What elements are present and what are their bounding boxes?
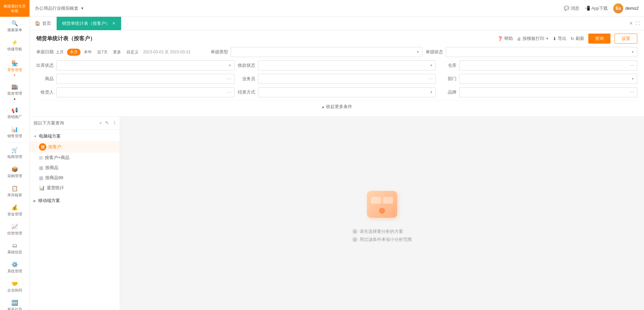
home-icon: 🏠 <box>35 21 40 26</box>
collapse-button[interactable]: ▲ 收起更多条件 <box>321 102 352 112</box>
date-btn-thisyear[interactable]: 本年 <box>82 49 94 56</box>
header-right: 💬 消息 📲 App下载 Ea demo2 <box>564 3 639 13</box>
sidebar-item-marketing[interactable]: 📢 营销推广 <box>0 104 29 123</box>
salesperson-label: 业务员 <box>238 76 255 82</box>
date-btn-lastmonth[interactable]: 上月 <box>54 49 66 56</box>
receipt-status-input[interactable]: ▼ <box>258 60 436 70</box>
chart-icon: 📊 <box>39 185 45 191</box>
avatar: Ea <box>613 3 623 13</box>
logo-text: 畅捷通好生意 标版 <box>4 4 26 13</box>
receiver-filter: 收货人 ··· <box>36 87 234 97</box>
app-download-button[interactable]: 📲 App下载 <box>585 5 608 11</box>
sidebar-item-quicknav[interactable]: ⚡ 快捷导航 <box>0 36 29 55</box>
chevron-down-icon: ▼ <box>631 77 634 81</box>
hint-icon-1: ① <box>352 229 358 234</box>
breadcrumb-dropdown[interactable]: ▾ <box>81 6 84 11</box>
product-input[interactable]: ··· <box>56 74 234 84</box>
tab-home[interactable]: 🏠 首页 <box>30 17 57 30</box>
sidebar-item-newguide[interactable]: 🆕 新手引导 <box>0 296 29 310</box>
message-button[interactable]: 💬 消息 <box>564 5 579 11</box>
scheme-group-pc-header[interactable]: ▼ 电脑端方案 <box>30 131 120 141</box>
receiver-dots[interactable]: ··· <box>227 89 231 95</box>
breadcrumb: 办公用品行业模拟账套 <box>35 5 78 11</box>
sidebar-item-inventory[interactable]: 📋 库存核算 <box>0 182 29 201</box>
sidebar-item-sales[interactable]: 📊 销售管理 <box>0 123 29 142</box>
enterprise-icon: 🤝 <box>11 280 18 287</box>
download-icon: 📲 <box>585 6 590 11</box>
scheme-item-by-product[interactable]: ▦ 按商品 <box>30 163 120 173</box>
settings-button[interactable]: 设置 <box>614 34 637 44</box>
chevron-down-icon: ▼ <box>228 64 231 67</box>
date-quick-buttons: 上月 本月 本年 近7天 更多 自定义 2023-03-01 至 2023-03… <box>54 49 191 56</box>
department-input[interactable]: ▼ <box>459 74 637 84</box>
scheme-item-label: 按客户+商品 <box>45 155 69 161</box>
date-btn-custom[interactable]: 自定义 <box>124 49 141 56</box>
export-icon: ⬇ <box>553 36 556 41</box>
warehouse-input[interactable]: ··· <box>459 60 637 70</box>
empty-hint-1: ① 请先选择要分析的方案 <box>352 228 412 235</box>
scheme-item-label: 退货统计 <box>47 185 64 191</box>
refresh-icon: ↻ <box>571 36 574 41</box>
out-status-input[interactable]: ▼ <box>56 60 234 70</box>
salesperson-filter: 业务员 ··· <box>238 74 436 84</box>
empty-illustration <box>362 184 402 224</box>
sidebar: 畅捷通好生意 标版 🔍 搜索菜单 ⚡ 快捷导航 🏪 零售管理 ▼ 🏬 批发管理 <box>0 0 30 310</box>
date-btn-more[interactable]: 更多 <box>111 49 123 56</box>
export-button[interactable]: ⬇ 导出 <box>553 36 567 42</box>
brand-input[interactable]: ··· <box>459 87 637 97</box>
warehouse-dots[interactable]: ··· <box>630 62 634 68</box>
table-icon: ▦ <box>39 165 43 170</box>
sidebar-item-enterprise[interactable]: 🤝 企业协同 <box>0 277 29 296</box>
sidebar-menu: 🔍 搜索菜单 ⚡ 快捷导航 🏪 零售管理 ▼ 🏬 批发管理 ▲ 📢 营销推广 <box>0 17 29 310</box>
salesperson-input[interactable]: ··· <box>258 74 436 84</box>
add-scheme-button[interactable]: ＋ <box>98 120 103 126</box>
maximize-icon[interactable]: ⛶ <box>636 21 640 26</box>
brand-filter: 品牌 ··· <box>439 87 637 97</box>
edit-scheme-button[interactable]: ✎ <box>105 120 109 126</box>
doc-type-input[interactable]: ▼ <box>231 47 422 57</box>
tab-close-icon[interactable]: ✕ <box>112 21 116 26</box>
sidebar-item-search[interactable]: 🔍 搜索菜单 <box>0 17 29 36</box>
product-dots[interactable]: ··· <box>227 76 231 82</box>
collapse-up-icon: ▲ <box>321 105 325 109</box>
scheme-item-by-customer-product[interactable]: ⊞ 按客户+商品 <box>30 153 120 163</box>
sidebar-item-retail[interactable]: 🏪 零售管理 ▼ <box>0 57 29 80</box>
collapse-sidebar-button[interactable]: 《 <box>111 120 116 126</box>
doc-status-input[interactable]: ▼ <box>446 47 637 57</box>
date-btn-thismonth[interactable]: 本月 <box>67 49 80 56</box>
message-icon: 💬 <box>564 6 569 11</box>
date-btn-7days[interactable]: 近7天 <box>95 49 110 56</box>
scheme-group-pc: ▼ 电脑端方案 按 按客户 ⊞ 按客户+商品 ▦ <box>30 130 120 194</box>
operations-icon: 📈 <box>11 223 18 230</box>
brand-dots[interactable]: ··· <box>630 89 634 95</box>
empty-hints: ① 请先选择要分析的方案 ② 用过滤条件来缩小分析范围 <box>352 228 412 243</box>
salesperson-dots[interactable]: ··· <box>428 76 433 82</box>
user-menu[interactable]: Ea demo2 <box>613 3 639 13</box>
scheme-item-by-product99[interactable]: ▦ 按商品99 <box>30 173 120 183</box>
sidebar-item-purchase[interactable]: 📦 采购管理 <box>0 163 29 182</box>
chevron-down-icon: ▼ <box>631 50 634 54</box>
query-button[interactable]: 查询 <box>588 34 610 44</box>
help-button[interactable]: ❓ 帮助 <box>497 36 513 42</box>
template-print-button[interactable]: 🖨 按模板打印 ▼ <box>517 36 549 42</box>
sidebar-item-operations[interactable]: 📈 经营管理 <box>0 220 29 239</box>
scheme-group-mobile-header[interactable]: ▶ 移动端方案 <box>30 196 120 206</box>
scheme-item-return-stat[interactable]: 📊 退货统计 <box>30 183 120 193</box>
newguide-icon: 🆕 <box>11 300 18 306</box>
close-window-icon[interactable]: ✕ <box>629 21 633 26</box>
sidebar-item-ecommerce[interactable]: 🛒 电商管理 <box>0 144 29 163</box>
sidebar-item-finance[interactable]: 💰 资金管理 <box>0 201 29 220</box>
finance-icon: 💰 <box>11 204 18 211</box>
sidebar-item-basic[interactable]: 🗂 基础信息 <box>0 239 29 258</box>
refresh-button[interactable]: ↻ 刷新 <box>571 36 584 42</box>
tab-sales-stat[interactable]: 销货单统计表（按客户） ✕ <box>57 17 121 30</box>
settlement-input[interactable]: ▼ <box>258 87 436 97</box>
sidebar-item-wholesale[interactable]: 🏬 批发管理 ▲ <box>0 80 29 104</box>
receiver-input[interactable]: ··· <box>56 87 234 97</box>
print-dropdown-icon: ▼ <box>546 37 549 40</box>
system-icon: ⚙️ <box>11 261 18 268</box>
warehouse-filter: 仓库 ··· <box>439 60 637 70</box>
sidebar-logo: 畅捷通好生意 标版 <box>0 0 30 17</box>
scheme-item-by-customer[interactable]: 按 按客户 <box>30 141 120 153</box>
sidebar-item-system[interactable]: ⚙️ 系统管理 <box>0 258 29 277</box>
